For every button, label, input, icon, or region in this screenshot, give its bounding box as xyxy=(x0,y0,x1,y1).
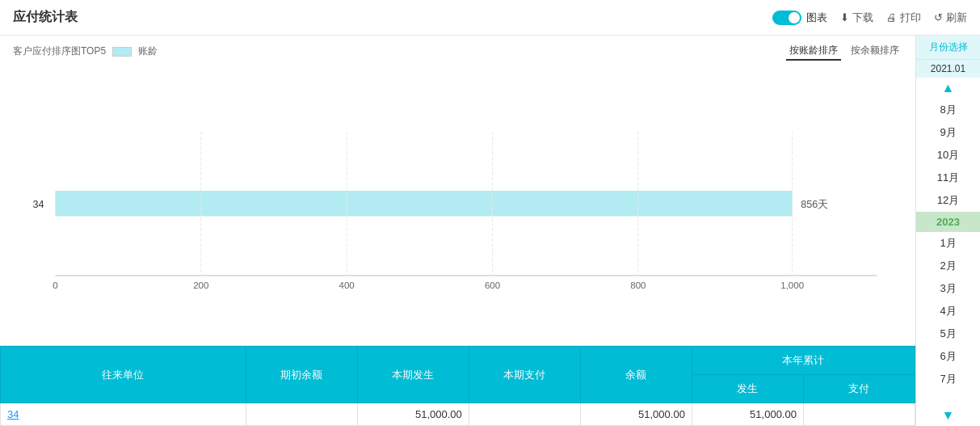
svg-text:0: 0 xyxy=(53,280,57,290)
sidebar-item-aug[interactable]: 8月 xyxy=(916,99,980,121)
chart-svg: 34 856天 0 200 400 600 800 1,000 xyxy=(13,70,902,345)
th-unit: 往来单位 xyxy=(1,347,246,403)
sort-by-amount-button[interactable]: 按余额排序 xyxy=(848,42,902,61)
chart-container: 34 856天 0 200 400 600 800 1,000 xyxy=(0,64,915,345)
main-content: 客户应付排序图TOP5 账龄 按账龄排序 按余额排序 34 856天 xyxy=(0,36,980,426)
data-table: 往来单位 期初余额 本期发生 本期支付 余额 本年累计 发生 支付 xyxy=(0,346,915,426)
sidebar-item-sep[interactable]: 9月 xyxy=(916,121,980,144)
sidebar-item-jun[interactable]: 6月 xyxy=(916,345,980,368)
sidebar-month-list: 8月 9月 10月 11月 12月 2023 1月 2月 3月 4月 5月 6月… xyxy=(916,99,980,405)
print-icon: 🖨 xyxy=(886,11,897,23)
header-actions: 图表 ⬇ 下载 🖨 打印 ↺ 刷新 xyxy=(772,11,967,25)
sidebar-item-year2023[interactable]: 2023 xyxy=(916,212,980,232)
cell-current-payment xyxy=(469,403,580,426)
cell-opening-balance xyxy=(246,403,357,426)
cell-current-occurrence: 51,000.00 xyxy=(357,403,469,426)
chart-bar xyxy=(55,191,792,216)
legend-box-label: 账龄 xyxy=(138,44,158,58)
svg-text:400: 400 xyxy=(339,280,355,290)
print-label: 打印 xyxy=(900,11,921,25)
table-area: 往来单位 期初余额 本期发生 本期支付 余额 本年累计 发生 支付 xyxy=(0,345,915,426)
th-balance: 余额 xyxy=(580,347,692,403)
refresh-label: 刷新 xyxy=(946,11,967,25)
sidebar-scroll-down-button[interactable]: ▼ xyxy=(916,405,980,426)
cell-unit[interactable]: 34 xyxy=(1,403,246,426)
sidebar-item-mar[interactable]: 3月 xyxy=(916,277,980,300)
th-current-payment: 本期支付 xyxy=(469,347,580,403)
sort-by-balance-button[interactable]: 按账龄排序 xyxy=(786,42,841,61)
sidebar-item-jan[interactable]: 1月 xyxy=(916,232,980,255)
cell-balance: 51,000.00 xyxy=(580,403,692,426)
chart-toggle[interactable] xyxy=(772,11,801,25)
header: 应付统计表 图表 ⬇ 下载 🖨 打印 ↺ 刷新 xyxy=(0,0,980,36)
chart-toggle-group[interactable]: 图表 xyxy=(772,11,827,25)
th-opening-balance: 期初余额 xyxy=(246,347,357,403)
chart-header: 客户应付排序图TOP5 账龄 按账龄排序 按余额排序 xyxy=(0,36,915,64)
th-ytd-payment: 支付 xyxy=(803,375,915,403)
sidebar-item-nov[interactable]: 11月 xyxy=(916,167,980,189)
sidebar-year-input[interactable] xyxy=(916,60,980,78)
sidebar-scroll-up-button[interactable]: ▲ xyxy=(916,78,980,99)
svg-text:200: 200 xyxy=(193,280,208,290)
refresh-button[interactable]: ↺ 刷新 xyxy=(934,11,967,25)
sidebar-item-may[interactable]: 5月 xyxy=(916,323,980,345)
svg-text:600: 600 xyxy=(485,280,500,290)
svg-text:800: 800 xyxy=(630,280,646,290)
page-title: 应付统计表 xyxy=(13,9,78,26)
sidebar-item-dec[interactable]: 12月 xyxy=(916,189,980,212)
download-button[interactable]: ⬇ 下载 xyxy=(840,11,873,25)
th-ytd-occurrence: 发生 xyxy=(692,375,803,403)
chart-area: 客户应付排序图TOP5 账龄 按账龄排序 按余额排序 34 856天 xyxy=(0,36,915,426)
svg-text:856天: 856天 xyxy=(801,199,828,210)
sidebar-item-feb[interactable]: 2月 xyxy=(916,255,980,277)
svg-text:1,000: 1,000 xyxy=(780,280,804,290)
download-icon: ⬇ xyxy=(840,11,849,23)
chevron-down-icon: ▼ xyxy=(942,408,955,423)
legend-title: 客户应付排序图TOP5 xyxy=(13,44,106,58)
cell-ytd-payment xyxy=(803,403,915,426)
sidebar-item-jul[interactable]: 7月 xyxy=(916,368,980,390)
print-button[interactable]: 🖨 打印 xyxy=(886,11,921,25)
chart-legend: 客户应付排序图TOP5 账龄 xyxy=(13,44,158,58)
chevron-up-icon: ▲ xyxy=(942,81,955,95)
sidebar-item-apr[interactable]: 4月 xyxy=(916,300,980,323)
download-label: 下载 xyxy=(852,11,873,25)
sort-buttons: 按账龄排序 按余额排序 xyxy=(786,42,902,61)
sidebar-item-oct[interactable]: 10月 xyxy=(916,144,980,167)
legend-box xyxy=(112,47,132,57)
table-row: 34 51,000.00 51,000.00 51,000.00 xyxy=(1,403,915,426)
cell-ytd-occurrence: 51,000.00 xyxy=(692,403,803,426)
sidebar-header: 月份选择 xyxy=(916,36,980,60)
svg-text:34: 34 xyxy=(32,199,44,210)
refresh-icon: ↺ xyxy=(934,11,943,23)
th-current-occurrence: 本期发生 xyxy=(357,347,469,403)
th-ytd: 本年累计 xyxy=(692,347,915,375)
sidebar: 月份选择 ▲ 8月 9月 10月 11月 12月 2023 1月 2月 3月 4… xyxy=(915,36,980,426)
chart-toggle-label: 图表 xyxy=(806,11,827,25)
